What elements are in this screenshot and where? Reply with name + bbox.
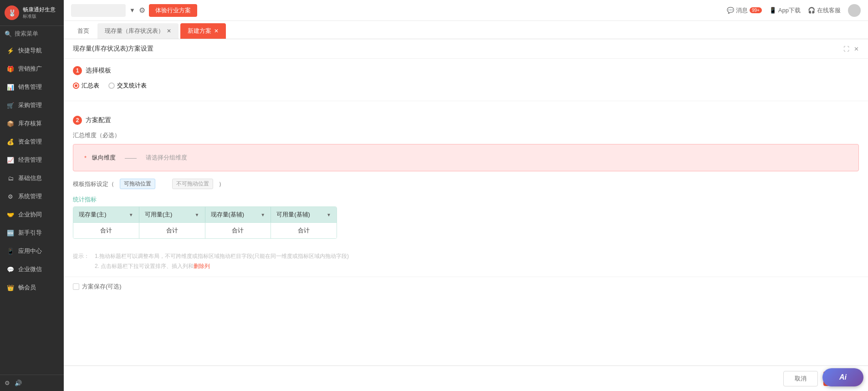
chevron-down-icon-3: ▼ — [260, 212, 265, 217]
speaker-icon[interactable]: 🔊 — [15, 380, 22, 386]
sidebar-item-label: 经营管理 — [18, 156, 42, 164]
basic-info-icon: 🗂 — [6, 174, 15, 182]
search-icon: 🔍 — [5, 31, 12, 37]
dialog-header-actions: ⛶ ✕ — [843, 46, 859, 52]
stats-col-3-label: 现存量(基辅) — [211, 211, 245, 219]
marketing-icon: 🎁 — [6, 65, 15, 73]
tab-new-plan[interactable]: 新建方案 ✕ — [180, 23, 226, 39]
sidebar-item-operations[interactable]: 📈 经营管理 — [0, 151, 64, 169]
template-radio-group: 汇总表 交叉统计表 — [73, 82, 859, 90]
sidebar-item-label: 采购管理 — [18, 101, 42, 109]
stats-col-4-label: 可用量(基辅) — [276, 211, 310, 219]
online-service-button[interactable]: 🎧 在线客服 — [808, 6, 841, 15]
sidebar-item-newbie[interactable]: 🆕 新手引导 — [0, 224, 64, 242]
stats-body-col-3: 合计 — [205, 223, 271, 238]
sidebar-item-vip[interactable]: 👑 畅会员 — [0, 278, 64, 297]
step2-title: 2 方案配置 — [73, 116, 859, 125]
chevron-down-icon-1: ▼ — [129, 212, 133, 217]
inventory-icon: 📦 — [6, 119, 15, 128]
service-icon: 🎧 — [808, 7, 815, 14]
tip-2: 2. 点击标题栏下拉可设置排序、插入列和删除列 — [73, 262, 859, 272]
sidebar-nav: ⚡ 快捷导航 🎁 营销推广 📊 销售管理 🛒 采购管理 📦 库存核算 💰 资金管… — [0, 41, 64, 375]
message-badge: 99+ — [750, 7, 762, 13]
chevron-down-icon-4: ▼ — [327, 212, 331, 217]
expand-icon[interactable]: ⛶ — [843, 46, 849, 52]
sidebar-search[interactable]: 🔍 搜索菜单 — [0, 26, 64, 41]
save-checkbox[interactable] — [73, 283, 79, 290]
radio-cross-label: 交叉统计表 — [117, 82, 147, 90]
sidebar-item-marketing[interactable]: 🎁 营销推广 — [0, 60, 64, 78]
vertical-dim-label: 纵向维度 — [92, 154, 116, 162]
chevron-down-icon-2: ▼ — [195, 212, 199, 217]
sidebar-item-purchase[interactable]: 🛒 采购管理 — [0, 96, 64, 114]
stats-col-2[interactable]: 可用量(主) ▼ — [139, 207, 205, 222]
stats-label: 统计指标 — [73, 196, 859, 204]
sidebar-item-system[interactable]: ⚙ 系统管理 — [0, 187, 64, 206]
topbar-search[interactable] — [71, 4, 126, 17]
sidebar-item-sales[interactable]: 📊 销售管理 — [0, 78, 64, 96]
radio-summary[interactable]: 汇总表 — [73, 82, 99, 90]
operations-icon: 📈 — [6, 156, 15, 164]
non-draggable-tag: 不可拖动位置 — [172, 179, 213, 189]
user-avatar[interactable] — [848, 4, 861, 17]
ai-label: Ai — [839, 373, 847, 381]
tips-section: 提示： 1.拖动标题栏可以调整布局，不可跨维度或指标区域拖动栏目字段(只能在同一… — [64, 246, 868, 277]
topbar-right: 💬 消息 99+ 📱 App下载 🎧 在线客服 — [727, 4, 861, 17]
stats-header-row: 现存量(主) ▼ 可用量(主) ▼ 现存量(基辅) ▼ 可用量(基辅) — [73, 207, 337, 222]
radio-cross[interactable]: 交叉统计表 — [108, 82, 147, 90]
message-label: 消息 — [736, 6, 748, 15]
tab-label: 现存量（库存状况表） — [105, 27, 164, 35]
stats-col-4[interactable]: 可用量(基辅) ▼ — [271, 207, 337, 222]
stats-col-1[interactable]: 现存量(主) ▼ — [73, 207, 139, 222]
tab-close-icon[interactable]: ✕ — [167, 28, 171, 34]
message-button[interactable]: 💬 消息 99+ — [727, 6, 762, 15]
sidebar-item-label: 销售管理 — [18, 83, 42, 91]
close-icon[interactable]: ✕ — [854, 46, 859, 52]
sidebar-item-label: 新手引导 — [18, 229, 42, 237]
topbar-dropdown[interactable]: ▼ — [129, 7, 135, 14]
step1-title: 1 选择模板 — [73, 66, 859, 75]
settings-icon[interactable]: ⚙ — [5, 380, 10, 386]
stats-body-row: 合计 合计 合计 合计 — [73, 222, 337, 238]
tab-inventory-status[interactable]: 现存量（库存状况表） ✕ — [97, 23, 179, 39]
sidebar-item-app-center[interactable]: 📱 应用中心 — [0, 242, 64, 260]
trial-button[interactable]: 体验行业方案 — [149, 4, 197, 17]
sidebar-item-quick-nav[interactable]: ⚡ 快捷导航 — [0, 41, 64, 60]
purchase-icon: 🛒 — [6, 101, 15, 109]
step2-section: 2 方案配置 汇总维度（必选） * 纵向维度 —— 请选择分组维度 模板指标设定… — [64, 108, 868, 246]
ai-button[interactable]: Ai — [822, 368, 863, 386]
sidebar-item-label: 畅会员 — [18, 283, 36, 292]
topbar: ▼ ⚙ 体验行业方案 💬 消息 99+ 📱 App下载 🎧 在线客服 — [64, 0, 868, 21]
sidebar-item-label: 营销推广 — [18, 65, 42, 73]
sidebar-item-wechat[interactable]: 💬 企业微信 — [0, 260, 64, 278]
sidebar: 🐰 畅康通好生意 标准版 🔍 搜索菜单 ⚡ 快捷导航 🎁 营销推广 📊 销售管理… — [0, 0, 64, 391]
stats-body-col-2: 合计 — [139, 223, 205, 238]
summary-dim-label: 汇总维度（必选） — [73, 131, 859, 139]
step2-label: 方案配置 — [86, 116, 111, 124]
topbar-gear[interactable]: ⚙ — [139, 6, 145, 15]
tab-label: 新建方案 — [188, 27, 211, 35]
app-download-button[interactable]: 📱 App下载 — [769, 6, 801, 15]
sidebar-item-label: 库存核算 — [18, 119, 42, 128]
sidebar-item-inventory[interactable]: 📦 库存核算 — [0, 114, 64, 133]
stats-col-3[interactable]: 现存量(基辅) ▼ — [205, 207, 271, 222]
tab-close-active-icon[interactable]: ✕ — [214, 28, 219, 34]
step1-badge: 1 — [73, 66, 82, 75]
step2-badge: 2 — [73, 116, 82, 125]
stats-col-1-label: 现存量(主) — [79, 211, 107, 219]
tip-1: 提示： 1.拖动标题栏可以调整布局，不可跨维度或指标区域拖动栏目字段(只能在同一… — [73, 252, 859, 262]
sidebar-item-basic-info[interactable]: 🗂 基础信息 — [0, 169, 64, 187]
tip-delete-text: 删除列 — [194, 263, 210, 269]
home-label: 首页 — [77, 27, 89, 34]
sidebar-item-finance[interactable]: 💰 资金管理 — [0, 133, 64, 151]
tab-home[interactable]: 首页 — [71, 23, 96, 39]
stats-body-col-4: 合计 — [271, 223, 337, 238]
cancel-button[interactable]: 取消 — [783, 371, 818, 386]
dim-placeholder[interactable]: 请选择分组维度 — [146, 154, 187, 162]
sidebar-item-enterprise[interactable]: 🤝 企业协同 — [0, 206, 64, 224]
sidebar-item-label: 系统管理 — [18, 192, 42, 201]
page-container: 现存量(库存状况表)方案设置 ⛶ ✕ 1 选择模板 汇总表 — [64, 39, 868, 365]
app-download-label: App下载 — [778, 6, 801, 15]
topbar-left: ▼ ⚙ 体验行业方案 — [71, 4, 197, 17]
save-label: 方案保存(可选) — [82, 283, 122, 291]
